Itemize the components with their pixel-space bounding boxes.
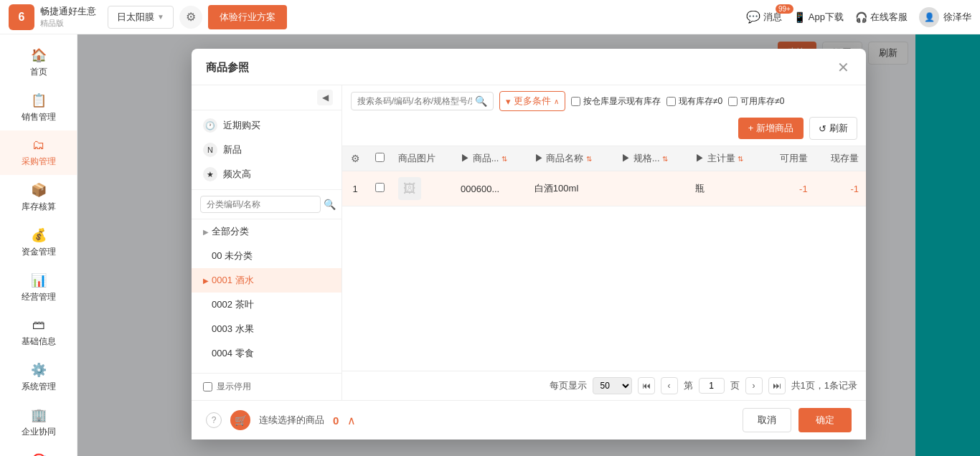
product-image: 🖼 [398, 177, 421, 200]
col-settings[interactable]: ⚙ [342, 146, 368, 171]
select-all-checkbox[interactable] [375, 153, 385, 162]
user-area[interactable]: 👤 徐泽华 [919, 7, 971, 27]
trial-button[interactable]: 体验行业方案 [208, 5, 287, 29]
warehouse-checkbox-label: 按仓库显示现有库存 [583, 95, 661, 108]
row-available: -1 [763, 171, 814, 206]
finance-icon: 💰 [31, 227, 47, 243]
sales-icon: 📋 [31, 92, 47, 108]
sidebar-item-inventory[interactable]: 📦 库存核算 [0, 175, 77, 220]
cancel-button[interactable]: 取消 [743, 408, 791, 432]
page-prev-button[interactable]: ‹ [661, 377, 678, 394]
collapse-footer-button[interactable]: ∧ [347, 414, 356, 427]
refresh-button[interactable]: ↺ 刷新 [809, 117, 857, 140]
quick-item-recent[interactable]: 🕐 近期购买 [192, 113, 341, 138]
modal-close-button[interactable]: ✕ [834, 59, 852, 76]
page-first-button[interactable]: ⏮ [638, 377, 655, 394]
row-check[interactable] [368, 171, 391, 206]
category-00[interactable]: 00 未分类 [192, 244, 341, 268]
enterprise-icon: 🏢 [31, 407, 47, 423]
logo-name: 畅捷通好生意 [40, 5, 96, 18]
headset-icon: 🎧 [855, 11, 867, 23]
purchase-icon: 🗂 [32, 138, 45, 153]
category-0005[interactable]: 0005 饮料 [192, 366, 341, 373]
page-last-button[interactable]: ⏭ [768, 377, 786, 394]
checkbox-warehouse[interactable]: 按仓库显示现有库存 [571, 95, 661, 108]
category-0003[interactable]: 0003 水果 [192, 317, 341, 341]
collapse-button[interactable]: ◀ [317, 90, 333, 105]
message-item[interactable]: 💬 消息 99+ [746, 10, 782, 24]
warehouse-checkbox-input[interactable] [571, 97, 580, 106]
filter-arrow-icon: ∧ [554, 98, 559, 105]
selected-count: 0 [333, 414, 339, 427]
all-arrow: ▶ [203, 228, 209, 236]
row-stock: -1 [815, 171, 866, 206]
toolbar: 🔍 ▾ 更多条件 ∧ 按仓库显示现有库存 [342, 85, 866, 146]
confirm-button[interactable]: 确定 [798, 408, 852, 432]
category-search-icon: 🔍 [324, 199, 336, 210]
sidebar-item-purchase[interactable]: 🗂 采购管理 [0, 130, 77, 175]
modal-body: ◀ 🕐 近期购买 N 新品 ★ [192, 85, 866, 400]
cart-button[interactable]: 🛒 [230, 410, 250, 430]
sidebar-item-basic[interactable]: 🗃 基础信息 [0, 310, 77, 355]
nav-select[interactable]: 日太阳膜 ▼ [108, 6, 174, 29]
category-0002[interactable]: 0002 茶叶 [192, 293, 341, 317]
help-button[interactable]: ? [206, 412, 222, 428]
product-search-input[interactable] [357, 96, 472, 106]
sidebar-label-sales: 销售管理 [22, 111, 56, 123]
available-nonzero-input[interactable] [728, 97, 738, 106]
refresh-label: 刷新 [829, 122, 848, 135]
sidebar-item-enterprise[interactable]: 🏢 企业协同 [0, 400, 77, 445]
sidebar-label-system: 系统管理 [22, 381, 56, 393]
right-panel: 🔍 ▾ 更多条件 ∧ 按仓库显示现有库存 [342, 85, 866, 400]
row-img: 🖼 [391, 171, 453, 206]
sidebar-item-guide[interactable]: 🎯 新手引导 [0, 445, 77, 456]
sidebar-label-purchase: 采购管理 [22, 156, 56, 168]
sidebar-label-home: 首页 [30, 66, 47, 78]
nav-select-label: 日太阳膜 [117, 11, 154, 24]
nav-right: 💬 消息 99+ 📱 App下载 🎧 在线客服 👤 徐泽华 [746, 7, 971, 27]
operation-icon: 📊 [31, 272, 47, 288]
filter-button[interactable]: ▾ 更多条件 ∧ [499, 91, 565, 111]
category-search-input[interactable] [200, 196, 321, 213]
page-size-select[interactable]: 10 20 50 100 [593, 377, 632, 394]
quick-item-frequent[interactable]: ★ 频次高 [192, 162, 341, 186]
row-checkbox[interactable] [375, 183, 385, 192]
checkbox-stock-nonzero[interactable]: 现有库存≠0 [666, 95, 722, 108]
modal-header: 商品参照 ✕ [192, 49, 866, 85]
show-disabled-label: 显示停用 [217, 381, 251, 393]
col-unit[interactable]: ▶ 主计量 ⇅ [688, 146, 763, 171]
sidebar-item-sales[interactable]: 📋 销售管理 [0, 85, 77, 130]
filter-label: 更多条件 [514, 95, 551, 108]
sidebar-label-finance: 资金管理 [22, 246, 56, 258]
cat-00-label: 00 未分类 [212, 250, 253, 261]
col-code[interactable]: ▶ 商品... ⇅ [453, 146, 527, 171]
add-product-button[interactable]: + 新增商品 [738, 118, 804, 139]
sidebar-item-operation[interactable]: 📊 经营管理 [0, 265, 77, 310]
show-disabled-checkbox[interactable] [203, 382, 212, 391]
table-row[interactable]: 1 🖼 000600... 白酒100ml [342, 171, 866, 206]
content-area: 查询 设置 刷新 商品参照 ✕ ◀ [77, 34, 980, 456]
frequent-icon: ★ [203, 167, 217, 181]
col-spec[interactable]: ▶ 规格... ⇅ [614, 146, 688, 171]
category-search-row: 🔍 [192, 190, 341, 219]
modal: 商品参照 ✕ ◀ 🕐 近期购买 [192, 49, 866, 440]
col-name[interactable]: ▶ 商品名称 ⇅ [527, 146, 614, 171]
checkbox-available-nonzero[interactable]: 可用库存≠0 [728, 95, 784, 108]
online-service-item[interactable]: 🎧 在线客服 [855, 11, 908, 24]
sidebar-item-finance[interactable]: 💰 资金管理 [0, 220, 77, 265]
category-0001[interactable]: ▶ 0001 酒水 [192, 268, 341, 293]
quick-item-new[interactable]: N 新品 [192, 138, 341, 162]
col-available: 可用量 [763, 146, 814, 171]
sidebar-item-system[interactable]: ⚙️ 系统管理 [0, 355, 77, 400]
page-input[interactable] [699, 378, 725, 394]
all-label: 全部分类 [212, 225, 249, 238]
cat-0001-label: 0001 酒水 [212, 274, 254, 287]
gear-button[interactable]: ⚙ [179, 6, 202, 29]
sidebar-item-home[interactable]: 🏠 首页 [0, 40, 77, 85]
app-download-item[interactable]: 📱 App下载 [793, 11, 844, 24]
page-text: 第 [684, 379, 693, 392]
category-all[interactable]: ▶ 全部分类 [192, 219, 341, 244]
page-next-button[interactable]: › [745, 377, 763, 394]
category-0004[interactable]: 0004 零食 [192, 341, 341, 366]
stock-nonzero-input[interactable] [666, 97, 676, 106]
